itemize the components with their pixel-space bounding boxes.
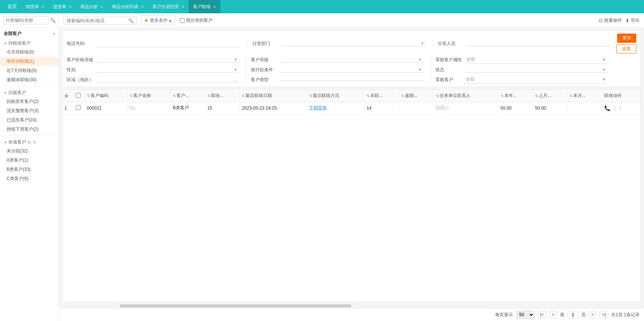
sidebar-divider-1 bbox=[0, 86, 59, 86]
row-select-checkbox[interactable] bbox=[76, 105, 81, 110]
action-icons: 📞 ⋮⋮ bbox=[604, 105, 638, 111]
export-btn[interactable]: ⬆ 导出 bbox=[626, 17, 640, 24]
sidebar-item-ungrouped[interactable]: 未分组(32) bbox=[0, 146, 59, 156]
sidebar-section-problem[interactable]: 问题客户 bbox=[0, 88, 59, 97]
action-phone-icon[interactable]: 📞 bbox=[604, 105, 610, 111]
sidebar-item-declining[interactable]: 持续下滑客户(2) bbox=[0, 125, 59, 134]
payment-arrow: ▼ bbox=[418, 68, 422, 72]
close-product-analysis-icon[interactable]: ✕ bbox=[100, 5, 103, 9]
sidebar-divider-2 bbox=[0, 135, 59, 136]
sidebar-item-class-c[interactable]: C类客户(6) bbox=[0, 174, 59, 183]
next-page-btn[interactable]: > bbox=[589, 311, 596, 318]
nav-purchase-order[interactable]: 进货单 ✕ bbox=[49, 0, 76, 13]
sidebar-item-churned[interactable]: 已流失客户(24) bbox=[0, 115, 59, 125]
sidebar-search-input[interactable] bbox=[3, 16, 49, 24]
sidebar-section-pending[interactable]: 待联络客户 bbox=[0, 38, 59, 48]
sidebar-item-class-b[interactable]: B类客户(33) bbox=[0, 165, 59, 174]
last-page-btn[interactable]: >| bbox=[599, 311, 608, 318]
filter-customer-type-select[interactable] bbox=[280, 79, 423, 81]
content-area: 🔍 ▼ 更多条件 ▲ 我分管的客户 ☑ 批量操作 ⬆ 导出 bbox=[59, 13, 644, 321]
first-page-btn[interactable]: |< bbox=[538, 311, 546, 318]
main-search-input[interactable] bbox=[67, 18, 128, 23]
row-code: 000021 bbox=[84, 102, 127, 114]
filter-region-select[interactable]: … bbox=[96, 77, 239, 83]
close-product-analysis-list-icon[interactable]: ✕ bbox=[141, 5, 144, 9]
main-search-icon[interactable]: 🔍 bbox=[128, 18, 134, 23]
export-icon: ⬆ bbox=[626, 18, 629, 23]
nav-home[interactable]: 首页 bbox=[3, 0, 21, 13]
filter-payment-select[interactable]: ▼ bbox=[280, 67, 423, 73]
filter-dept-select[interactable]: ▼ bbox=[281, 41, 426, 46]
filter-customer-grade-select[interactable]: ▼ bbox=[280, 57, 423, 63]
close-sales-order-icon[interactable]: ✕ bbox=[41, 5, 44, 9]
col-thismonth-sort-icon: ⇅ bbox=[570, 94, 573, 98]
filter-retail-select[interactable]: 全部 ▼ bbox=[464, 76, 608, 84]
col-last-contact-method: ⇅最后联络方式 bbox=[307, 90, 364, 102]
filter-retail-attr-select[interactable]: 全部 ▼ bbox=[465, 56, 608, 64]
filter-phone-input[interactable] bbox=[95, 40, 240, 47]
divider-5 bbox=[246, 66, 246, 73]
query-btn[interactable]: 查询 bbox=[617, 34, 636, 43]
close-customer-tier-icon[interactable]: ✕ bbox=[181, 5, 184, 9]
col-checkbox[interactable] bbox=[73, 90, 84, 102]
filter-customer-grade: 客户等级 ▼ bbox=[251, 57, 426, 63]
my-customers-checkbox[interactable] bbox=[180, 18, 185, 23]
filter-manager-select[interactable]: … bbox=[466, 41, 611, 46]
page-number-input[interactable] bbox=[567, 311, 578, 318]
nav-product-analysis-list[interactable]: 商品分析列表 ✕ bbox=[108, 0, 148, 13]
sidebar-item-overdue[interactable]: 逾期未联络(30) bbox=[0, 75, 59, 84]
sidebar-item-churn-warning[interactable]: 流失预警客户(3) bbox=[0, 106, 59, 115]
nav-product-analysis[interactable]: 商品分析 ✕ bbox=[76, 0, 108, 13]
horizontal-scrollbar[interactable] bbox=[62, 304, 641, 307]
dept-dropdown-arrow: ▼ bbox=[420, 41, 424, 45]
sidebar-all-customers[interactable]: 全部客户 « bbox=[0, 28, 59, 38]
scrollbar-thumb[interactable] bbox=[120, 304, 351, 307]
nav-customer-contact[interactable]: 客户联络 ✕ bbox=[189, 0, 220, 13]
col-this-year: ⇅本年... bbox=[498, 90, 533, 102]
sidebar-item-today-pending[interactable]: 今天待联络(0) bbox=[0, 48, 59, 57]
sidebar-section-value[interactable]: 价值客户 ↻ ✎ bbox=[0, 137, 59, 146]
close-purchase-order-icon[interactable]: ✕ bbox=[69, 5, 71, 9]
filter-icon: ▼ bbox=[144, 18, 148, 23]
table-footer: 每页显示 50 100 200 |< < 第 页 > >| 共1页 1条记录 bbox=[59, 308, 644, 321]
retail-attr-arrow: ▼ bbox=[602, 58, 606, 62]
col-last-contact-date: ⇅最后联络日期 bbox=[239, 90, 307, 102]
region-arrow: … bbox=[234, 77, 237, 82]
row-contact-count: 15 bbox=[205, 102, 239, 114]
nav-sales-order[interactable]: 销货单 ✕ bbox=[21, 0, 49, 13]
sidebar-item-7days-pending[interactable]: 近7天待联络(0) bbox=[0, 66, 59, 75]
col-settings[interactable]: ⚙ bbox=[62, 90, 73, 102]
toolbar: 🔍 ▼ 更多条件 ▲ 我分管的客户 ☑ 批量操作 ⬆ 导出 bbox=[59, 13, 644, 28]
divider-2 bbox=[433, 40, 433, 47]
more-filter-btn[interactable]: ▼ 更多条件 ▲ bbox=[141, 15, 175, 25]
sidebar-item-class-a[interactable]: A类客户(1) bbox=[0, 156, 59, 165]
filter-gender-select[interactable]: ▼ bbox=[95, 67, 239, 73]
my-customers-checkbox-label[interactable]: 我分管的客户 bbox=[180, 17, 213, 24]
row-partner-contact-blurred: 联系人 bbox=[436, 105, 449, 110]
batch-op-btn[interactable]: ☑ 批量操作 bbox=[599, 17, 622, 24]
action-grid-icon[interactable]: ⋮⋮ bbox=[613, 105, 623, 111]
total-records: 共1页 1条记录 bbox=[611, 312, 640, 318]
toolbar-right: ☑ 批量操作 ⬆ 导出 bbox=[599, 17, 640, 24]
sidebar-item-abnormal-repurchase[interactable]: 回购异常客户(2) bbox=[0, 97, 59, 106]
filter-retail-attr: 零散客户属性 全部 ▼ bbox=[435, 56, 610, 64]
sidebar-item-tomorrow-pending[interactable]: 明天待联络(1) bbox=[0, 57, 59, 66]
close-customer-contact-icon[interactable]: ✕ bbox=[213, 5, 216, 9]
filter-customer-level-select[interactable]: ▼ bbox=[96, 57, 239, 63]
filter-status-select[interactable]: ▼ bbox=[464, 67, 608, 73]
sidebar-search-icon[interactable]: 🔍 bbox=[50, 18, 56, 23]
nav-customer-tier[interactable]: 客户分层经营 ✕ bbox=[148, 0, 189, 13]
table-container: ⚙ ⇅客户编码 ⇅客户名称 ⇅客户... ⇅联络... ⇅最后联络日期 ⇅最后联… bbox=[62, 89, 641, 302]
reset-btn[interactable]: 设置 bbox=[616, 44, 636, 54]
per-page-select[interactable]: 50 100 200 bbox=[516, 311, 535, 319]
prev-page-btn[interactable]: < bbox=[549, 311, 557, 318]
row-name-blurred: Ea bbox=[130, 106, 135, 111]
row-last-method-link[interactable]: 下销货单 bbox=[309, 105, 327, 110]
row-last-method[interactable]: 下销货单 bbox=[307, 102, 364, 114]
value-edit-icon[interactable]: ✎ bbox=[33, 140, 36, 145]
value-refresh-icon[interactable]: ↻ bbox=[28, 140, 31, 145]
select-all-checkbox[interactable] bbox=[76, 93, 81, 98]
filter-panel: 电话号码 分管部门 ▼ 分管人员 … bbox=[62, 30, 641, 87]
row-checkbox[interactable] bbox=[73, 102, 84, 114]
top-nav: 首页 销货单 ✕ 进货单 ✕ 商品分析 ✕ 商品分析列表 ✕ 客户分层经营 ✕ … bbox=[0, 0, 644, 13]
